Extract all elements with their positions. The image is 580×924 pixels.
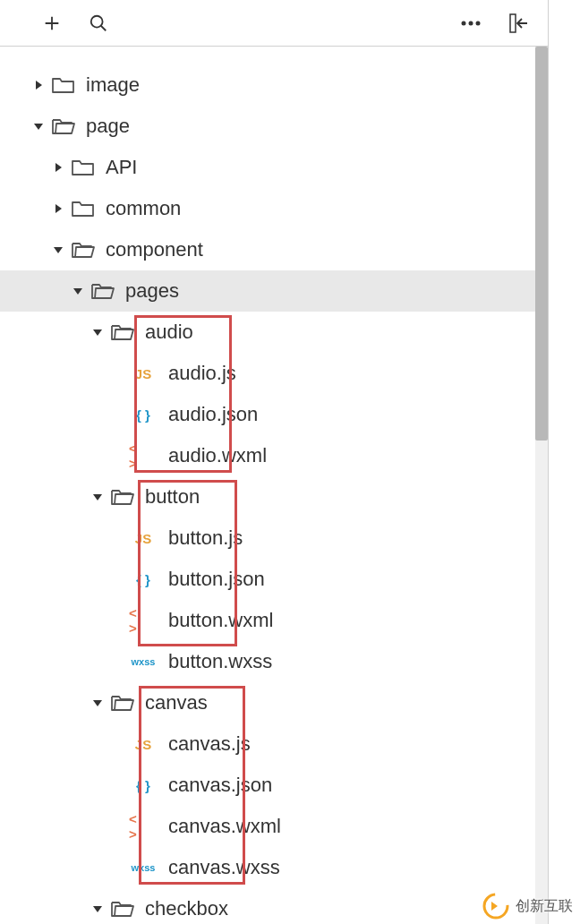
watermark: 创新互联 <box>474 888 580 924</box>
tree-file[interactable]: wxssbutton.wxss <box>0 641 548 682</box>
tree-file[interactable]: < >button.wxml <box>0 600 548 641</box>
tree-file[interactable]: JSaudio.js <box>0 353 548 394</box>
chevron-down-icon[interactable] <box>52 244 64 256</box>
plus-icon <box>42 13 62 33</box>
watermark-text: 创新互联 <box>516 897 573 916</box>
wxml-file-icon: < > <box>129 441 158 471</box>
folder-open-icon <box>111 693 134 713</box>
tree-file[interactable]: { }button.json <box>0 559 548 600</box>
folder-icon <box>52 75 75 95</box>
js-file-icon: JS <box>129 531 158 546</box>
tree-folder[interactable]: checkbox <box>0 888 548 924</box>
search-button[interactable] <box>86 11 111 36</box>
tree-folder[interactable]: component <box>0 229 548 270</box>
tree-item-label: audio.js <box>168 362 236 385</box>
tree-file[interactable]: JScanvas.js <box>0 723 548 765</box>
tree-item-label: audio.wxml <box>168 444 267 467</box>
js-file-icon: JS <box>129 366 158 381</box>
more-button[interactable] <box>458 11 483 36</box>
tree-item-label: button.wxml <box>168 609 273 632</box>
json-file-icon: { } <box>129 407 158 423</box>
watermark-logo-icon <box>482 892 510 920</box>
tree-item-label: canvas.json <box>168 774 272 797</box>
tree-file[interactable]: JSbutton.js <box>0 518 548 559</box>
tree-folder[interactable]: common <box>0 188 548 229</box>
tree-item-label: component <box>106 238 203 261</box>
chevron-right-icon[interactable] <box>52 161 64 174</box>
tree-item-label: audio.json <box>168 403 258 426</box>
toolbar <box>0 0 548 47</box>
tree-file[interactable]: < >canvas.wxml <box>0 806 548 847</box>
chevron-down-icon[interactable] <box>91 903 104 915</box>
folder-open-icon <box>111 487 134 507</box>
tree-item-label: canvas.wxml <box>168 815 281 838</box>
tree-item-label: audio <box>145 321 193 344</box>
tree-item-label: checkbox <box>145 897 228 920</box>
chevron-down-icon[interactable] <box>91 491 104 503</box>
chevron-right-icon[interactable] <box>32 79 45 91</box>
scrollbar-thumb[interactable] <box>535 47 548 441</box>
wxml-file-icon: < > <box>129 605 158 636</box>
folder-open-icon <box>91 281 115 301</box>
svg-point-3 <box>476 21 481 25</box>
tree-item-label: page <box>86 115 130 138</box>
add-button[interactable] <box>39 11 64 36</box>
tree-item-label: button.js <box>168 526 243 550</box>
tree-item-label: pages <box>125 279 179 303</box>
tree-folder[interactable]: canvas <box>0 682 548 723</box>
tree-folder[interactable]: API <box>0 147 548 188</box>
folder-open-icon <box>111 322 134 342</box>
tree-item-label: API <box>106 156 137 179</box>
panel-collapse-icon <box>509 13 533 33</box>
file-tree: imagepageAPIcommoncomponentpagesaudioJSa… <box>0 47 548 924</box>
js-file-icon: JS <box>129 737 158 752</box>
more-horizontal-icon <box>460 20 482 27</box>
panel-toggle-button[interactable] <box>508 11 533 36</box>
tree-file[interactable]: { }audio.json <box>0 394 548 435</box>
folder-icon <box>72 158 95 177</box>
svg-point-1 <box>462 21 466 25</box>
tree-folder[interactable]: pages <box>0 270 548 312</box>
chevron-down-icon[interactable] <box>32 120 45 133</box>
tree-item-label: canvas <box>145 691 208 714</box>
folder-open-icon <box>52 116 75 136</box>
svg-rect-4 <box>510 14 516 32</box>
tree-item-label: button.json <box>168 568 265 591</box>
tree-file[interactable]: < >audio.wxml <box>0 435 548 476</box>
chevron-down-icon[interactable] <box>91 326 104 338</box>
json-file-icon: { } <box>129 572 158 587</box>
file-explorer-sidebar: imagepageAPIcommoncomponentpagesaudioJSa… <box>0 0 549 924</box>
chevron-right-icon[interactable] <box>52 202 64 215</box>
chevron-down-icon[interactable] <box>91 697 104 709</box>
tree-folder[interactable]: audio <box>0 312 548 353</box>
tree-item-label: button.wxss <box>168 650 272 673</box>
folder-icon <box>72 199 95 218</box>
tree-file[interactable]: wxsscanvas.wxss <box>0 847 548 888</box>
svg-point-2 <box>469 21 473 25</box>
wxml-file-icon: < > <box>129 811 158 842</box>
search-icon <box>89 13 108 33</box>
json-file-icon: { } <box>129 778 158 793</box>
tree-item-label: button <box>145 485 200 509</box>
wxss-file-icon: wxss <box>129 656 158 667</box>
wxss-file-icon: wxss <box>129 862 158 873</box>
tree-item-label: canvas.wxss <box>168 856 280 879</box>
folder-open-icon <box>111 899 134 919</box>
svg-point-0 <box>91 15 103 27</box>
tree-folder[interactable]: button <box>0 476 548 518</box>
tree-item-label: common <box>106 197 181 220</box>
tree-folder[interactable]: page <box>0 106 548 147</box>
tree-item-label: canvas.js <box>168 732 251 756</box>
chevron-down-icon[interactable] <box>72 285 84 297</box>
tree-folder[interactable]: image <box>0 64 548 106</box>
tree-item-label: image <box>86 73 140 97</box>
tree-container[interactable]: imagepageAPIcommoncomponentpagesaudioJSa… <box>0 47 548 924</box>
tree-file[interactable]: { }canvas.json <box>0 765 548 806</box>
folder-open-icon <box>72 240 95 260</box>
